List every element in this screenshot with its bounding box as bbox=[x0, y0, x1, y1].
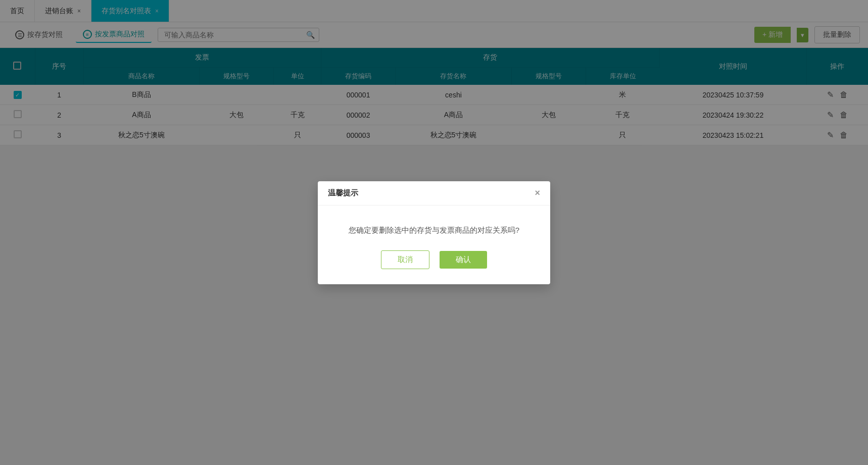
dialog-overlay: 温馨提示 × 您确定要删除选中的存货与发票商品的对应关系吗? 取消 确认 bbox=[0, 0, 868, 145]
